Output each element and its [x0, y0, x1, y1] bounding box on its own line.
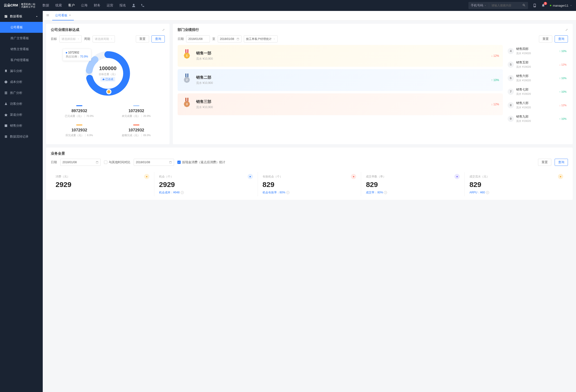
help-icon[interactable]: ? — [286, 191, 289, 194]
search-icon — [522, 3, 526, 7]
sidebar-item[interactable]: 访客分析 — [0, 98, 43, 109]
rest-list: 4销售四部流水 ¥19020↑ 10%5销售五部流水 ¥19020↓ 12%6销… — [506, 45, 568, 125]
menu-icon — [46, 14, 49, 17]
ranking-reset-button[interactable]: 重置 — [539, 35, 552, 43]
sidebar-item[interactable]: 销售分析 — [0, 120, 43, 131]
nav-item[interactable]: 公海 — [81, 3, 87, 8]
sidebar-sub-item[interactable]: 客户经理看板 — [0, 55, 43, 65]
svg-text:3: 3 — [186, 103, 188, 105]
top-nav: 云朵CRM 教育机构一站 式服务云平台 数据线索客户公海财务运营报名 手机号码 … — [0, 0, 576, 11]
help-icon[interactable]: ? — [181, 191, 184, 194]
help-icon[interactable]: ? — [486, 191, 489, 194]
logo[interactable]: 云朵CRM 教育机构一站 式服务云平台 — [4, 3, 35, 8]
sidebar-item[interactable]: 漏斗分析 — [0, 65, 43, 77]
medal-icon: 2 — [181, 73, 192, 87]
stat-by-select[interactable]: 按工单客户经理统计 — [244, 35, 278, 43]
chevron-down-icon — [273, 38, 275, 40]
kpi-cell: 成交流水（元）●829ARPU：¥80 ? — [464, 173, 568, 196]
ranking-query-button[interactable]: 查询 — [555, 35, 568, 43]
rest-item[interactable]: 9销售九部流水 ¥19020↑ 10% — [506, 113, 568, 125]
rest-item[interactable]: 5销售五部流水 ¥19020↓ 12% — [506, 59, 568, 71]
main: 公司看板 ✕ 公司业绩目标达成 ⤢ 目标 请选择目标 — [43, 11, 576, 392]
user-menu[interactable]: manager11 — [550, 4, 572, 7]
overview-date2[interactable]: 2018/01/08 — [134, 159, 174, 166]
user-icon[interactable] — [132, 3, 136, 7]
sidebar-item[interactable]: 数据流转记录 — [0, 131, 43, 142]
help-icon[interactable]: ? — [384, 191, 387, 194]
search-type-select[interactable]: 手机号码 — [468, 3, 489, 8]
sidebar-item[interactable]: 推广分析 — [0, 88, 43, 98]
sidebar-header[interactable]: 数据看板 — [0, 11, 43, 22]
chevron-down-icon — [570, 4, 572, 7]
nav-item[interactable]: 报名 — [119, 3, 126, 8]
mobile-icon[interactable] — [533, 3, 537, 7]
date-to[interactable]: 2018/01/08 — [218, 35, 241, 43]
medal-icon: 3 — [181, 98, 192, 111]
collapse-sidebar-button[interactable] — [45, 13, 50, 19]
dashboard-icon — [4, 15, 8, 18]
overview-query-button[interactable]: 查询 — [555, 159, 568, 166]
sidebar-item[interactable]: 成本分析 — [0, 77, 43, 88]
kpi-icon: ● — [144, 174, 149, 179]
period-label: 周期 — [84, 37, 90, 41]
rest-item[interactable]: 8销售八部流水 ¥19020↓ 12% — [506, 99, 568, 111]
achieve-title: 公司业绩目标达成 — [51, 28, 79, 32]
overview-reset-button[interactable]: 重置 — [538, 159, 551, 166]
search-box: 手机号码 — [468, 2, 528, 9]
period-select[interactable]: 请选择周期 — [93, 35, 115, 43]
overview-date1[interactable]: 2018/01/08 — [60, 159, 101, 166]
expand-icon[interactable]: ⤢ — [162, 28, 165, 31]
svg-text:1: 1 — [186, 54, 188, 57]
nav-item[interactable]: 客户 — [68, 3, 75, 8]
kpi-cell: 有效机会（个）●829机会有效率：80% ? — [258, 173, 361, 196]
achieve-query-button[interactable]: 查询 — [151, 35, 165, 43]
nav-item[interactable]: 线索 — [55, 3, 62, 8]
sidebar-icon — [4, 113, 8, 117]
right-icons: 5 manager11 — [533, 3, 572, 8]
donut-center: 100000 目标总量（元） 已达成 — [82, 47, 134, 99]
phone-icon[interactable] — [141, 3, 144, 7]
thumb-up-icon — [102, 78, 105, 81]
rest-item[interactable]: 7销售七部流水 ¥19020↑ 10% — [506, 86, 568, 98]
notifications[interactable]: 5 — [541, 3, 545, 8]
target-label: 目标 — [51, 37, 57, 41]
expand-icon[interactable]: ⤢ — [565, 28, 568, 31]
status-dot — [550, 5, 551, 6]
tab-company-board[interactable]: 公司看板 ✕ — [52, 11, 74, 20]
cash-checkbox[interactable]: ✓ 按现金消费（返点后消费）统计 — [177, 160, 225, 164]
close-icon[interactable]: ✕ — [69, 14, 71, 17]
rank-card[interactable]: 1销售一部流水 ¥10,900↓ 12% — [178, 45, 503, 67]
kpi-cell: 消费（元）●2929 — [51, 173, 154, 196]
calendar-icon — [169, 161, 172, 164]
ranking-card: 部门业绩排行 ⤢ 日期 2018/01/08 至 2018/01/08 — [173, 24, 573, 144]
notif-badge: 5 — [544, 2, 547, 5]
nav-item[interactable]: 财务 — [94, 3, 100, 8]
rest-item[interactable]: 6销售六部流水 ¥19020↑ 10% — [506, 72, 568, 84]
search-input[interactable] — [489, 4, 520, 7]
sidebar-sub-item[interactable]: 公司看板 — [0, 22, 43, 33]
target-select[interactable]: 请选择目标 — [59, 35, 82, 43]
achieve-card: 公司业绩目标达成 ⤢ 目标 请选择目标 周期 请选择周期 — [46, 24, 170, 144]
kpi-icon: ● — [558, 174, 563, 179]
kpi-icon: ● — [248, 174, 253, 179]
rank-card[interactable]: 3销售三部流水 ¥10,900↓ 12% — [178, 93, 503, 115]
sidebar-sub-item[interactable]: 推广主管看板 — [0, 33, 43, 44]
overview-card: 业务全景 日期 2018/01/08 与其他时间对比 2018/01/08 — [46, 148, 573, 200]
sidebar-sub-item[interactable]: 销售主管看板 — [0, 44, 43, 55]
rank-card[interactable]: 2销售二部流水 ¥10,900↑ 10% — [178, 69, 503, 91]
chevron-down-icon — [77, 38, 80, 40]
chevron-down-icon — [484, 4, 487, 7]
nav-item[interactable]: 运营 — [107, 3, 113, 8]
search-button[interactable] — [520, 3, 528, 8]
logo-mark: 云朵CRM — [4, 3, 18, 8]
sidebar: 数据看板 公司看板推广主管看板销售主管看板客户经理看板 漏斗分析成本分析推广分析… — [0, 11, 43, 392]
sidebar-icon — [4, 80, 8, 84]
rest-item[interactable]: 4销售四部流水 ¥19020↑ 10% — [506, 45, 568, 57]
sidebar-item[interactable]: 渠道分析 — [0, 109, 43, 120]
sidebar-icon — [4, 135, 8, 138]
compare-checkbox[interactable]: 与其他时间对比 — [104, 160, 130, 164]
nav-item[interactable]: 数据 — [42, 3, 49, 8]
date-from[interactable]: 2018/01/08 — [186, 35, 210, 43]
achieve-reset-button[interactable]: 重置 — [136, 35, 149, 43]
chevron-down-icon — [110, 38, 113, 40]
